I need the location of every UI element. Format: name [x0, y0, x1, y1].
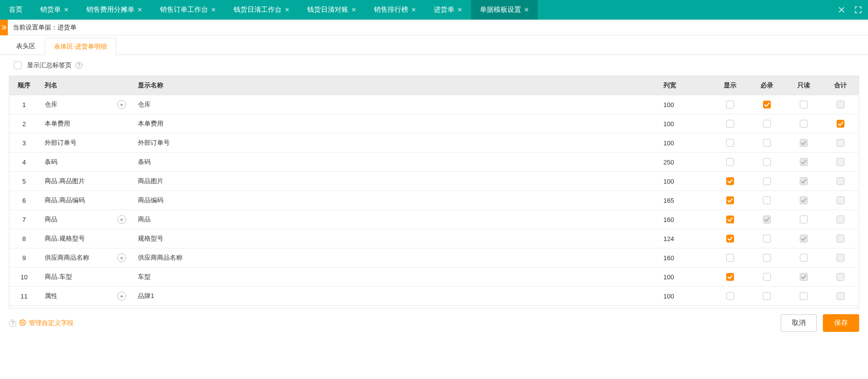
cell-display[interactable]: 规格型号	[132, 229, 658, 248]
required-checkbox[interactable]	[763, 101, 771, 108]
cell-width[interactable]: 100	[658, 268, 711, 287]
plus-icon[interactable]: +	[117, 253, 126, 262]
close-icon[interactable]: ✕	[457, 6, 462, 13]
tab-8[interactable]: 单据模板设置✕	[471, 0, 538, 20]
readonly-checkbox[interactable]	[800, 292, 808, 300]
table-row[interactable]: 12采购单位采购单位131	[9, 306, 859, 308]
help-icon[interactable]: ?	[76, 62, 82, 69]
cell-width[interactable]: 100	[658, 172, 711, 191]
table-row[interactable]: 10商品.车型车型100	[9, 268, 859, 287]
subtab-1[interactable]: 表体区-进货单明细	[45, 38, 116, 55]
cell-display[interactable]: 本单费用	[132, 114, 658, 134]
tab-4[interactable]: 钱货日清工作台✕	[225, 0, 298, 20]
save-button[interactable]: 保存	[823, 314, 859, 332]
show-checkbox[interactable]	[726, 254, 734, 262]
table-row[interactable]: 1仓库+仓库100	[9, 95, 859, 114]
plus-icon[interactable]: +	[117, 292, 126, 300]
cell-width[interactable]: 100	[658, 287, 711, 306]
tab-6[interactable]: 销售排行榜✕	[365, 0, 425, 20]
required-checkbox[interactable]	[763, 158, 771, 166]
tab-1[interactable]: 销货单✕	[31, 0, 78, 20]
show-checkbox[interactable]	[726, 292, 734, 300]
show-checkbox[interactable]	[726, 235, 734, 243]
cell-width[interactable]: 124	[658, 229, 711, 248]
plus-icon[interactable]: +	[117, 215, 126, 224]
show-checkbox[interactable]	[726, 196, 734, 204]
tab-0[interactable]: 首页	[0, 0, 31, 20]
manage-custom-fields-link[interactable]: ? 管理自定义字段	[9, 319, 74, 327]
table-row[interactable]: 8商品.规格型号规格型号124	[9, 229, 859, 248]
cell-display[interactable]: 品牌1	[132, 287, 658, 306]
show-checkbox[interactable]	[726, 120, 734, 128]
close-icon[interactable]: ✕	[411, 6, 416, 13]
help-icon[interactable]: ?	[9, 320, 16, 327]
show-checkbox[interactable]	[726, 273, 734, 281]
readonly-checkbox[interactable]	[800, 101, 808, 108]
table-row[interactable]: 5商品.商品图片商品图片100	[9, 172, 859, 191]
cell-name: 商品.商品编码	[39, 191, 132, 210]
required-checkbox[interactable]	[763, 254, 771, 262]
required-checkbox[interactable]	[763, 139, 771, 147]
total-checkbox[interactable]	[837, 120, 844, 128]
cell-width[interactable]: 100	[658, 134, 711, 153]
readonly-checkbox[interactable]	[800, 120, 808, 128]
close-icon[interactable]: ✕	[64, 6, 69, 13]
cell-width[interactable]: 131	[658, 306, 711, 308]
cell-width[interactable]: 100	[658, 95, 711, 114]
table-row[interactable]: 9供应商商品名称+供应商商品名称160	[9, 248, 859, 268]
show-checkbox[interactable]	[726, 216, 734, 223]
table-row[interactable]: 11属性+品牌1100	[9, 287, 859, 306]
show-checkbox[interactable]	[726, 139, 734, 147]
subtab-0[interactable]: 表头区	[7, 37, 45, 54]
cell-width[interactable]: 160	[658, 248, 711, 268]
cell-width[interactable]: 100	[658, 114, 711, 134]
cancel-button[interactable]: 取消	[781, 314, 817, 332]
cell-width[interactable]: 165	[658, 191, 711, 210]
required-checkbox[interactable]	[763, 196, 771, 204]
required-checkbox[interactable]	[763, 292, 771, 300]
table-row[interactable]: 6商品.商品编码商品编码165	[9, 191, 859, 210]
cell-width[interactable]: 250	[658, 153, 711, 172]
table-row[interactable]: 4条码条码250	[9, 153, 859, 172]
close-icon[interactable]: ✕	[285, 6, 289, 13]
cell-width[interactable]: 160	[658, 210, 711, 229]
table-scroll[interactable]: 顺序 列名 显示名称 列宽 显示 必录 只读 合计 1仓库+仓库1002本单费用…	[9, 76, 859, 308]
show-checkbox[interactable]	[726, 101, 734, 108]
column-name-label: 商品.商品图片	[45, 177, 85, 186]
close-icon[interactable]: ✕	[211, 6, 216, 13]
cell-display[interactable]: 供应商商品名称	[132, 248, 658, 268]
cell-display[interactable]: 商品图片	[132, 172, 658, 191]
table-row[interactable]: 3外部订单号外部订单号100	[9, 134, 859, 153]
tab-2[interactable]: 销售费用分摊单✕	[78, 0, 151, 20]
cell-display[interactable]: 车型	[132, 268, 658, 287]
close-icon[interactable]: ✕	[351, 6, 356, 13]
sidebar-expand-icon[interactable]	[0, 20, 8, 35]
readonly-checkbox[interactable]	[800, 216, 808, 223]
show-checkbox[interactable]	[726, 158, 734, 166]
close-icon[interactable]: ✕	[524, 6, 529, 13]
table-row[interactable]: 7商品+商品160	[9, 210, 859, 229]
cell-display[interactable]: 采购单位	[132, 306, 658, 308]
tab-3[interactable]: 销售订单工作台✕	[151, 0, 225, 20]
readonly-checkbox[interactable]	[800, 254, 808, 262]
cell-display[interactable]: 商品	[132, 210, 658, 229]
plus-icon[interactable]: +	[117, 100, 126, 109]
table-row[interactable]: 2本单费用本单费用100	[9, 114, 859, 134]
required-checkbox[interactable]	[763, 273, 771, 281]
cell-display[interactable]: 条码	[132, 153, 658, 172]
cell-display[interactable]: 商品编码	[132, 191, 658, 210]
required-checkbox[interactable]	[763, 235, 771, 243]
required-checkbox[interactable]	[763, 177, 771, 185]
tab-7[interactable]: 进货单✕	[425, 0, 471, 20]
column-name-label: 本单费用	[45, 119, 70, 128]
show-checkbox[interactable]	[726, 177, 734, 185]
tab-5[interactable]: 钱货日清对账✕	[298, 0, 365, 20]
cell-display[interactable]: 外部订单号	[132, 134, 658, 153]
fullscreen-icon[interactable]	[853, 5, 863, 15]
cell-display[interactable]: 仓库	[132, 95, 658, 114]
readonly-checkbox	[800, 139, 808, 147]
required-checkbox[interactable]	[763, 120, 771, 128]
close-icon[interactable]: ✕	[137, 6, 142, 13]
show-summary-checkbox[interactable]	[14, 61, 22, 69]
close-all-icon[interactable]	[837, 5, 846, 15]
